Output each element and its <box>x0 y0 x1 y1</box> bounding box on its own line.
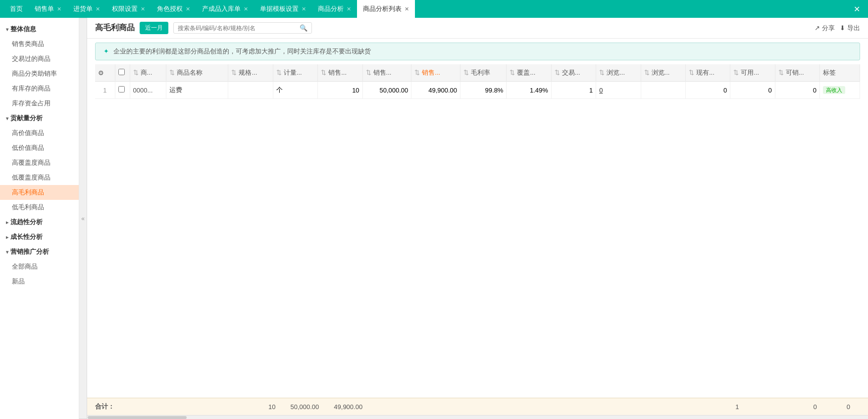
nav-tab-roles[interactable]: 角色授权 ✕ <box>151 0 196 18</box>
col-coverage: ⇅覆盖... <box>507 64 551 82</box>
sidebar-collapse-button[interactable]: « <box>79 18 87 419</box>
close-icon[interactable]: ✕ <box>96 6 100 12</box>
tag-badge: 高收入 <box>823 86 845 94</box>
sidebar-item-high-coverage[interactable]: 高覆盖度商品 <box>0 155 79 170</box>
cell-tag: 高收入 <box>820 82 860 99</box>
search-box: 🔍 <box>173 22 312 34</box>
share-icon: ↗ <box>815 24 820 32</box>
header-actions: ↗ 分享 ⬇ 导出 <box>815 24 860 33</box>
col-tag: 标签 <box>820 64 860 82</box>
chevron-down-icon: ▾ <box>6 27 8 32</box>
row-checkbox[interactable] <box>118 86 125 93</box>
sidebar-item-low-coverage[interactable]: 低覆盖度商品 <box>0 170 79 185</box>
close-icon[interactable]: ✕ <box>405 6 409 12</box>
nav-tab-purchase[interactable]: 进货单 ✕ <box>67 0 106 18</box>
sidebar-item-category-rate[interactable]: 商品分类助销率 <box>0 66 79 81</box>
col-unit: ⇅计量... <box>273 64 317 82</box>
cell-stock2: 0 <box>730 82 775 99</box>
select-all-checkbox[interactable] <box>118 69 125 75</box>
cell-gross-rate: 99.8% <box>460 82 507 99</box>
footer-sales1: 10 <box>268 403 275 411</box>
sidebar-item-high-margin[interactable]: 高毛利商品 <box>0 185 79 200</box>
cell-unit: 个 <box>273 82 317 99</box>
top-nav: 首页 销售单 ✕ 进货单 ✕ 权限设置 ✕ 角色授权 ✕ 产成品入库单 ✕ 单据… <box>0 0 868 18</box>
cell-sales1: 10 <box>318 82 362 99</box>
export-button[interactable]: ⬇ 导出 <box>840 24 860 33</box>
sidebar-item-all-goods[interactable]: 全部商品 <box>0 259 79 274</box>
footer-total-bar: 合计： 10 50,000.00 49,900.00 1 0 0 <box>87 398 868 415</box>
col-sales3: ⇅销售... <box>411 64 460 82</box>
col-sales2: ⇅销售... <box>362 64 411 82</box>
sidebar-item-new-goods[interactable]: 新品 <box>0 274 79 289</box>
nav-tab-sales[interactable]: 销售单 ✕ <box>29 0 67 18</box>
cell-checkbox <box>115 82 130 99</box>
window-close-button[interactable]: ✕ <box>850 4 864 14</box>
sidebar: ▾ 整体信息 销售类商品 交易过的商品 商品分类助销率 有库存的商品 库存资金占… <box>0 18 79 419</box>
chevron-right-icon: ▸ <box>6 234 8 240</box>
close-icon[interactable]: ✕ <box>186 6 190 12</box>
footer-transaction: 1 <box>735 403 739 411</box>
cell-name[interactable]: 运费 <box>166 82 228 99</box>
nav-tab-analysis-list[interactable]: 商品分析列表 ✕ <box>357 0 415 18</box>
footer-label: 合计： <box>95 402 125 411</box>
sidebar-item-high-value[interactable]: 高价值商品 <box>0 126 79 140</box>
col-browse2: ⇅浏览... <box>641 64 685 82</box>
sidebar-item-sales-goods[interactable]: 销售类商品 <box>0 37 79 51</box>
cell-transaction: 1 <box>551 82 596 99</box>
data-table: ⚙ ⇅商... ⇅商品名称 ⇅规格... ⇅计量... ⇅销售... ⇅销售..… <box>95 64 860 99</box>
table-row: 1 0000... 运费 个 10 50,000.00 49,900.00 99… <box>95 82 860 99</box>
chevron-down-icon: ▾ <box>6 116 8 121</box>
search-icon[interactable]: 🔍 <box>300 24 307 32</box>
footer-stock1: 0 <box>814 403 817 411</box>
cell-stock1: 0 <box>685 82 730 99</box>
sidebar-item-in-stock[interactable]: 有库存的商品 <box>0 81 79 96</box>
col-transaction: ⇅交易... <box>551 64 596 82</box>
nav-tab-analysis[interactable]: 商品分析 ✕ <box>312 0 357 18</box>
sidebar-item-low-margin[interactable]: 低毛利商品 <box>0 200 79 215</box>
nav-tab-home[interactable]: 首页 <box>4 0 29 18</box>
sidebar-section-growth[interactable]: ▸ 成长性分析 <box>0 230 79 244</box>
col-stock3: ⇅可销... <box>775 64 819 82</box>
content-header: 高毛利商品 近一月 🔍 ↗ 分享 ⬇ 导出 <box>87 18 868 39</box>
content-panel: 高毛利商品 近一月 🔍 ↗ 分享 ⬇ 导出 ✦ 企业的主要的利润都是这部分商品创… <box>87 18 868 419</box>
sidebar-section-contribution[interactable]: ▾ 贡献量分析 <box>0 111 79 126</box>
close-icon[interactable]: ✕ <box>244 6 248 12</box>
sidebar-item-low-value[interactable]: 低价值商品 <box>0 140 79 155</box>
col-name: ⇅商品名称 <box>166 64 228 82</box>
share-button[interactable]: ↗ 分享 <box>815 24 835 33</box>
cell-sales3: 49,900.00 <box>411 82 460 99</box>
close-icon[interactable]: ✕ <box>302 6 306 12</box>
footer-sales2: 50,000.00 <box>290 403 319 411</box>
sidebar-item-traded-goods[interactable]: 交易过的商品 <box>0 51 79 66</box>
sidebar-section-trend[interactable]: ▸ 流趋性分析 <box>0 215 79 230</box>
cell-code: 0000... <box>130 82 166 99</box>
nav-tab-templates[interactable]: 单据模板设置 ✕ <box>254 0 312 18</box>
footer-sales3: 49,900.00 <box>334 403 362 411</box>
sidebar-section-marketing[interactable]: ▾ 营销推广分析 <box>0 244 79 259</box>
sidebar-section-overall[interactable]: ▾ 整体信息 <box>0 22 79 37</box>
close-icon[interactable]: ✕ <box>57 6 61 12</box>
chevron-right-icon: ▸ <box>6 220 8 225</box>
settings-icon[interactable]: ⚙ <box>98 69 104 77</box>
horizontal-scrollbar[interactable] <box>87 415 868 419</box>
page-title: 高毛利商品 <box>95 23 135 33</box>
scrollbar-thumb[interactable] <box>88 416 187 419</box>
nav-tab-products[interactable]: 产成品入库单 ✕ <box>196 0 254 18</box>
chevron-down-icon: ▾ <box>6 249 8 255</box>
cell-browse2 <box>641 82 685 99</box>
nav-tab-permissions[interactable]: 权限设置 ✕ <box>106 0 151 18</box>
col-sales1: ⇅销售... <box>318 64 362 82</box>
col-index: ⚙ <box>95 64 115 82</box>
cell-sales2: 50,000.00 <box>362 82 411 99</box>
main-area: ▾ 整体信息 销售类商品 交易过的商品 商品分类助销率 有库存的商品 库存资金占… <box>0 18 868 419</box>
col-gross-rate: ⇅毛利率 <box>460 64 507 82</box>
period-recent-month-button[interactable]: 近一月 <box>140 22 168 34</box>
sidebar-item-stock-capital[interactable]: 库存资金占用 <box>0 96 79 111</box>
cell-stock3: 0 <box>775 82 819 99</box>
cell-browse1[interactable]: 0 <box>596 82 641 99</box>
close-icon[interactable]: ✕ <box>141 6 145 12</box>
search-input[interactable] <box>178 25 300 32</box>
col-checkbox <box>115 64 130 82</box>
col-stock1: ⇅现有... <box>685 64 730 82</box>
close-icon[interactable]: ✕ <box>347 6 351 12</box>
